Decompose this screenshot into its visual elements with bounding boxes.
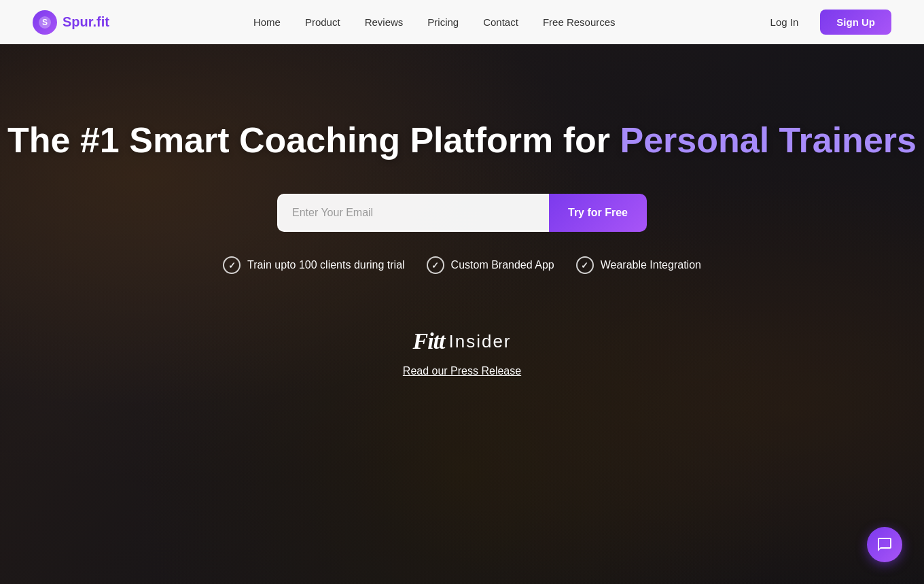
nav-item-pricing[interactable]: Pricing (427, 16, 459, 29)
try-free-button[interactable]: Try for Free (549, 194, 647, 232)
feature-badge-branded: Custom Branded App (427, 256, 554, 274)
chat-button[interactable] (867, 527, 902, 562)
check-icon-trial (223, 256, 241, 274)
press-section: Fitt Insider Read our Press Release (403, 328, 521, 377)
nav-item-contact[interactable]: Contact (483, 16, 518, 29)
check-icon-wearable (576, 256, 594, 274)
navbar: S Spur.fit Home Product Reviews Pricing … (0, 0, 924, 44)
nav-links: Home Product Reviews Pricing Contact Fre… (253, 16, 616, 29)
login-button[interactable]: Log In (760, 11, 810, 33)
feature-badge-wearable: Wearable Integration (576, 256, 701, 274)
signup-button[interactable]: Sign Up (820, 10, 891, 35)
chat-icon (876, 536, 893, 553)
logo-icon: S (33, 10, 57, 35)
check-icon-branded (427, 256, 444, 274)
nav-item-product[interactable]: Product (305, 16, 340, 29)
insider-text: Insider (448, 331, 511, 352)
email-input[interactable] (277, 194, 549, 232)
email-form: Try for Free (277, 194, 647, 232)
fitt-insider-logo: Fitt Insider (412, 328, 511, 354)
nav-item-reviews[interactable]: Reviews (365, 16, 404, 29)
logo[interactable]: S Spur.fit (33, 10, 109, 35)
nav-item-home[interactable]: Home (253, 16, 281, 29)
logo-text: Spur.fit (63, 14, 109, 30)
hero-section: The #1 Smart Coaching Platform for Perso… (0, 44, 924, 584)
nav-actions: Log In Sign Up (760, 10, 891, 35)
nav-item-free-resources[interactable]: Free Resources (543, 16, 616, 29)
fitt-text: Fitt (412, 328, 444, 354)
feature-badge-trial: Train upto 100 clients during trial (223, 256, 405, 274)
svg-text:S: S (42, 18, 48, 27)
press-release-link[interactable]: Read our Press Release (403, 365, 521, 377)
hero-title: The #1 Smart Coaching Platform for Perso… (7, 119, 917, 161)
feature-badges: Train upto 100 clients during trial Cust… (223, 256, 701, 274)
